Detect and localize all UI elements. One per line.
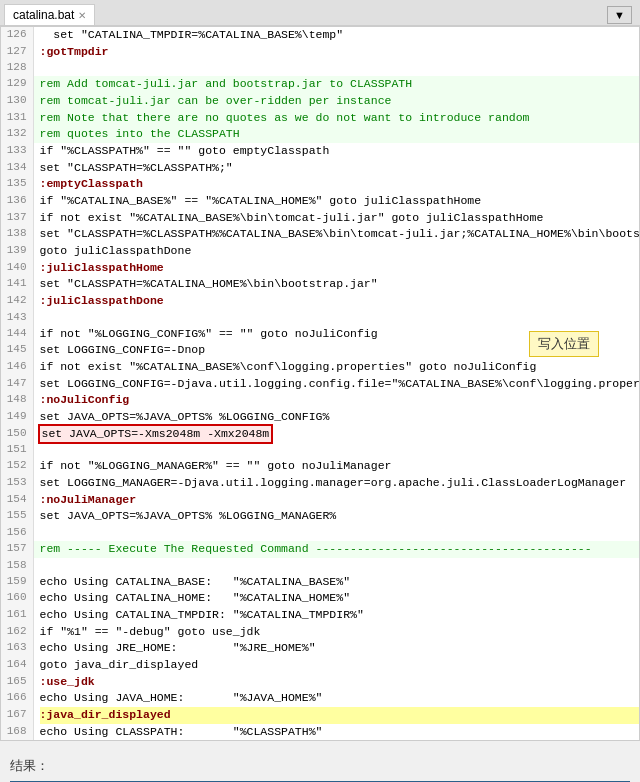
table-row: 155set JAVA_OPTS=%JAVA_OPTS% %LOGGING_MA… xyxy=(1,508,640,525)
line-number: 151 xyxy=(1,442,33,458)
line-code: :noJuliManager xyxy=(33,492,640,509)
table-row: 130rem tomcat-juli.jar can be over-ridde… xyxy=(1,93,640,110)
line-code: rem tomcat-juli.jar can be over-ridden p… xyxy=(33,93,640,110)
line-code: set LOGGING_MANAGER=-Djava.util.logging.… xyxy=(33,475,640,492)
line-code: if not exist "%CATALINA_BASE%\conf\loggi… xyxy=(33,359,640,376)
table-row: 148:noJuliConfig xyxy=(1,392,640,409)
line-number: 132 xyxy=(1,126,33,143)
line-number: 159 xyxy=(1,574,33,591)
annotation-box: 写入位置 xyxy=(529,331,599,357)
line-number: 148 xyxy=(1,392,33,409)
table-row: 129rem Add tomcat-juli.jar and bootstrap… xyxy=(1,76,640,93)
table-row: 156 xyxy=(1,525,640,541)
line-number: 133 xyxy=(1,143,33,160)
table-row: 154:noJuliManager xyxy=(1,492,640,509)
line-code: rem Note that there are no quotes as we … xyxy=(33,110,640,127)
line-number: 140 xyxy=(1,260,33,277)
table-row: 134set "CLASSPATH=%CLASSPATH%;" xyxy=(1,160,640,177)
table-row: 141set "CLASSPATH=%CATALINA_HOME%\bin\bo… xyxy=(1,276,640,293)
line-code xyxy=(33,442,640,458)
table-row: 153set LOGGING_MANAGER=-Djava.util.loggi… xyxy=(1,475,640,492)
results-section: 结果： JVM Free memory: 1632.76 MB Total me… xyxy=(0,757,640,782)
table-row: 151 xyxy=(1,442,640,458)
table-row: 147set LOGGING_CONFIG=-Djava.util.loggin… xyxy=(1,376,640,393)
line-number: 157 xyxy=(1,541,33,558)
line-code: :java_dir_displayed xyxy=(33,707,640,724)
line-code: :use_jdk xyxy=(33,674,640,691)
line-number: 155 xyxy=(1,508,33,525)
line-number: 141 xyxy=(1,276,33,293)
table-row: 128 xyxy=(1,60,640,76)
line-number: 163 xyxy=(1,640,33,657)
table-row: 131rem Note that there are no quotes as … xyxy=(1,110,640,127)
line-number: 154 xyxy=(1,492,33,509)
table-row: 165:use_jdk xyxy=(1,674,640,691)
line-code: echo Using CLASSPATH: "%CLASSPATH%" xyxy=(33,724,640,741)
line-code: goto juliClasspathDone xyxy=(33,243,640,260)
line-number: 156 xyxy=(1,525,33,541)
table-row: 140:juliClasspathHome xyxy=(1,260,640,277)
line-code: set JAVA_OPTS=-Xms2048m -Xmx2048m xyxy=(33,426,640,443)
table-row: 160echo Using CATALINA_HOME: "%CATALINA_… xyxy=(1,590,640,607)
line-code: set LOGGING_CONFIG=-Djava.util.logging.c… xyxy=(33,376,640,393)
line-number: 149 xyxy=(1,409,33,426)
line-number: 146 xyxy=(1,359,33,376)
line-number: 126 xyxy=(1,27,33,44)
line-code xyxy=(33,558,640,574)
tab-label: catalina.bat xyxy=(13,8,74,22)
line-code xyxy=(33,525,640,541)
line-number: 164 xyxy=(1,657,33,674)
line-code: rem Add tomcat-juli.jar and bootstrap.ja… xyxy=(33,76,640,93)
line-number: 160 xyxy=(1,590,33,607)
line-code: set "CLASSPATH=%CLASSPATH%%CATALINA_BASE… xyxy=(33,226,640,243)
table-row: 150set JAVA_OPTS=-Xms2048m -Xmx2048m xyxy=(1,426,640,443)
line-code: set "CLASSPATH=%CLASSPATH%;" xyxy=(33,160,640,177)
line-code: :noJuliConfig xyxy=(33,392,640,409)
line-code: if "%CATALINA_BASE%" == "%CATALINA_HOME%… xyxy=(33,193,640,210)
line-code: :juliClasspathDone xyxy=(33,293,640,310)
line-code: if not "%LOGGING_MANAGER%" == "" goto no… xyxy=(33,458,640,475)
line-code: rem ----- Execute The Requested Command … xyxy=(33,541,640,558)
line-number: 142 xyxy=(1,293,33,310)
line-code: set "CLASSPATH=%CATALINA_HOME%\bin\boots… xyxy=(33,276,640,293)
table-row: 135:emptyClasspath xyxy=(1,176,640,193)
line-number: 162 xyxy=(1,624,33,641)
table-row: 137if not exist "%CATALINA_BASE%\bin\tom… xyxy=(1,210,640,227)
table-row: 146if not exist "%CATALINA_BASE%\conf\lo… xyxy=(1,359,640,376)
table-row: 136if "%CATALINA_BASE%" == "%CATALINA_HO… xyxy=(1,193,640,210)
results-label: 结果： xyxy=(10,757,630,775)
line-code: :juliClasspathHome xyxy=(33,260,640,277)
table-row: 139goto juliClasspathDone xyxy=(1,243,640,260)
line-number: 153 xyxy=(1,475,33,492)
table-row: 158 xyxy=(1,558,640,574)
code-table: 126 set "CATALINA_TMPDIR=%CATALINA_BASE%… xyxy=(1,27,640,740)
table-row: 142:juliClasspathDone xyxy=(1,293,640,310)
line-code: echo Using CATALINA_TMPDIR: "%CATALINA_T… xyxy=(33,607,640,624)
tab-close-icon[interactable]: ✕ xyxy=(78,10,86,21)
table-row: 159echo Using CATALINA_BASE: "%CATALINA_… xyxy=(1,574,640,591)
line-code: set JAVA_OPTS=%JAVA_OPTS% %LOGGING_CONFI… xyxy=(33,409,640,426)
line-code: if not exist "%CATALINA_BASE%\bin\tomcat… xyxy=(33,210,640,227)
line-code xyxy=(33,310,640,326)
line-code: if "%1" == "-debug" goto use_jdk xyxy=(33,624,640,641)
table-row: 133if "%CLASSPATH%" == "" goto emptyClas… xyxy=(1,143,640,160)
line-number: 161 xyxy=(1,607,33,624)
line-code: :gotTmpdir xyxy=(33,44,640,61)
line-number: 168 xyxy=(1,724,33,741)
line-number: 150 xyxy=(1,426,33,443)
table-row: 126 set "CATALINA_TMPDIR=%CATALINA_BASE%… xyxy=(1,27,640,44)
line-number: 166 xyxy=(1,690,33,707)
table-row: 168echo Using CLASSPATH: "%CLASSPATH%" xyxy=(1,724,640,741)
table-row: 163echo Using JRE_HOME: "%JRE_HOME%" xyxy=(1,640,640,657)
line-number: 167 xyxy=(1,707,33,724)
line-number: 145 xyxy=(1,342,33,359)
line-code: echo Using CATALINA_BASE: "%CATALINA_BAS… xyxy=(33,574,640,591)
line-number: 147 xyxy=(1,376,33,393)
table-row: 162if "%1" == "-debug" goto use_jdk xyxy=(1,624,640,641)
line-number: 158 xyxy=(1,558,33,574)
table-row: 132rem quotes into the CLASSPATH xyxy=(1,126,640,143)
file-tab[interactable]: catalina.bat ✕ xyxy=(4,4,95,25)
line-number: 136 xyxy=(1,193,33,210)
tab-dropdown-button[interactable]: ▼ xyxy=(607,6,632,24)
table-row: 166echo Using JAVA_HOME: "%JAVA_HOME%" xyxy=(1,690,640,707)
